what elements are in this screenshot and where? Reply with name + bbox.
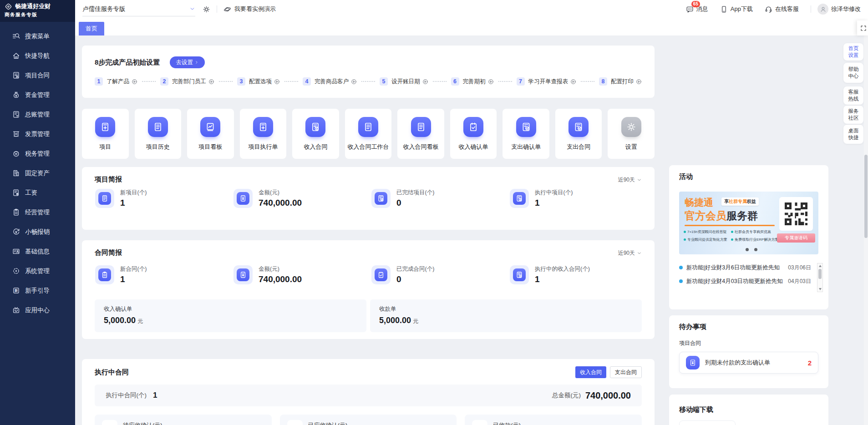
yen-document-icon bbox=[305, 117, 325, 137]
setup-step-2[interactable]: 2完善部门员工 bbox=[160, 77, 214, 86]
tabbar: 首页 bbox=[75, 18, 868, 35]
step-label: 配置打印 bbox=[611, 78, 634, 86]
go-setup-button[interactable]: 去设置 bbox=[170, 56, 205, 68]
shortcut-project[interactable]: 项目 bbox=[82, 109, 129, 159]
sidebar-item-funds[interactable]: 资金管理 bbox=[0, 85, 75, 105]
play-circle-icon bbox=[422, 79, 428, 85]
workspace-select[interactable]: 卢儒佳服务专版 bbox=[82, 2, 195, 16]
shortcut-expense-confirm[interactable]: 支出确认单 bbox=[503, 109, 549, 159]
stat-value: 740,000.00 bbox=[259, 198, 302, 208]
carousel-dot[interactable] bbox=[754, 248, 757, 251]
project-brief-range-select[interactable]: 近90天 bbox=[618, 176, 642, 184]
sidebar-item-fixed-assets[interactable]: 固定资产 bbox=[0, 163, 75, 183]
ledger-icon bbox=[12, 111, 20, 118]
sidebar-item-label: 固定资产 bbox=[25, 169, 50, 177]
banner-underline bbox=[685, 225, 775, 226]
sidebar-item-salary[interactable]: 工资 bbox=[0, 183, 75, 202]
brand-subtitle: 商务服务专版 bbox=[5, 11, 71, 18]
online-service-button[interactable]: 在线客服 bbox=[765, 5, 799, 13]
quicklink-help-center[interactable]: 帮助中心 bbox=[843, 63, 863, 83]
sidebar-item-system[interactable]: 系统管理 bbox=[0, 261, 75, 281]
sidebar-item-base-info[interactable]: 基础信息 bbox=[0, 242, 75, 261]
shortcut-income-contract-workbench[interactable]: 收入合同工作台 bbox=[345, 109, 392, 159]
setup-step-1[interactable]: 1了解产品 bbox=[95, 77, 137, 86]
sidebar-item-search-menu[interactable]: 搜索菜单 bbox=[0, 26, 75, 46]
sidebar-item-ledger[interactable]: 总账管理 bbox=[0, 105, 75, 124]
news-scrollbar[interactable] bbox=[817, 263, 823, 292]
calculator-icon bbox=[95, 117, 115, 137]
setup-step-4[interactable]: 4完善商品客户 bbox=[303, 77, 357, 86]
shortcut-project-history[interactable]: 项目历史 bbox=[135, 109, 182, 159]
sidebar-item-project-contract[interactable]: 项目合同 bbox=[0, 66, 75, 85]
carousel-dot[interactable] bbox=[746, 248, 749, 251]
sidebar-item-invoice[interactable]: 发票管理 bbox=[0, 124, 75, 144]
salary-icon bbox=[12, 189, 20, 197]
quicklink-desktop-shortcut[interactable]: 桌面快捷 bbox=[843, 125, 863, 144]
planet-icon bbox=[223, 5, 231, 13]
phone-icon bbox=[720, 5, 728, 13]
stat-finished-contracts: 已完成合同(个)0 bbox=[371, 265, 434, 284]
messages-button[interactable]: 消息 65 bbox=[686, 5, 708, 13]
demo-link[interactable]: 我要看实例演示 bbox=[223, 5, 276, 13]
fullscreen-button[interactable] bbox=[857, 20, 868, 35]
expense-contract-toggle[interactable]: 支出合同 bbox=[610, 366, 642, 378]
activity-banner[interactable]: 畅捷通 享社群专属权益 官方会员服务群 7×15h资深顾问在线答疑 社群会员专享… bbox=[679, 192, 818, 254]
stat-value: 0 bbox=[396, 198, 434, 208]
setup-step-6[interactable]: 6完善期初 bbox=[451, 77, 494, 86]
sidebar-item-app-center[interactable]: 应用中心 bbox=[0, 300, 75, 320]
gear-icon[interactable] bbox=[203, 5, 210, 13]
setup-step-3[interactable]: 3配置选项 bbox=[237, 77, 280, 86]
received-card: 已收款(元) bbox=[465, 415, 642, 425]
shortcut-settings[interactable]: 设置 bbox=[608, 109, 655, 159]
play-circle-icon bbox=[488, 79, 494, 85]
scroll-down-arrow[interactable] bbox=[819, 288, 822, 290]
news-item[interactable]: 新功能|好业财4月03日功能更新抢先知 04月03日 bbox=[679, 275, 811, 287]
sidebar-item-tax[interactable]: 税务管理 bbox=[0, 144, 75, 163]
shortcut-income-contract[interactable]: 收入合同 bbox=[292, 109, 339, 159]
todo-item-overdue-expense[interactable]: 到期未付款的支出确认单 2 bbox=[679, 352, 818, 374]
stat-label: 执行中项目(个) bbox=[535, 189, 573, 197]
setup-step-8[interactable]: 8配置打印 bbox=[599, 77, 642, 86]
shortcut-project-exec-order[interactable]: 项目执行单 bbox=[240, 109, 287, 159]
go-setup-label: 去设置 bbox=[176, 59, 193, 66]
sidebar-item-operations[interactable]: 经营管理 bbox=[0, 202, 75, 222]
range-label: 近90天 bbox=[618, 249, 635, 257]
shortcut-label: 项目 bbox=[99, 143, 111, 151]
shortcut-label: 收入合同 bbox=[304, 143, 327, 151]
quicklink-home-settings[interactable]: 首页设置 bbox=[843, 43, 863, 61]
shortcut-tiles: 项目 项目历史 项目看板 项目执行单 收入合同 收入合同工作台 收入合同看板 收… bbox=[82, 109, 655, 159]
chevron-down-icon bbox=[189, 6, 195, 12]
shortcut-project-board[interactable]: 项目看板 bbox=[187, 109, 234, 159]
page-scrollbar[interactable] bbox=[864, 35, 868, 425]
sidebar-item-reimburse[interactable]: 小畅报销 bbox=[0, 222, 75, 242]
contract-brief-card: 合同简报 近90天 新合同(个)1 金额(元)740,000.00 已完成合同(… bbox=[82, 240, 655, 339]
shortcut-income-confirm[interactable]: 收入确认单 bbox=[450, 109, 497, 159]
sidebar-item-newbie-guide[interactable]: 新手引导 bbox=[0, 281, 75, 300]
chevron-right-icon bbox=[194, 60, 199, 65]
tab-home[interactable]: 首页 bbox=[79, 22, 104, 35]
sidebar-item-label: 项目合同 bbox=[25, 71, 50, 80]
scroll-up-arrow[interactable] bbox=[819, 265, 822, 267]
sidebar-item-label: 系统管理 bbox=[25, 267, 50, 275]
step-label: 完善部门员工 bbox=[172, 78, 206, 86]
setup-step-5[interactable]: 5设开账日期 bbox=[380, 77, 428, 86]
quicklink-service-community[interactable]: 服务社区 bbox=[843, 106, 863, 124]
contract-brief-range-select[interactable]: 近90天 bbox=[618, 249, 642, 257]
news-item[interactable]: 新功能|好业财3月6日功能更新抢先知 03月06日 bbox=[679, 262, 811, 273]
sidebar-item-quick-nav[interactable]: 快捷导航 bbox=[0, 46, 75, 66]
user-menu[interactable]: 徐泽华修改 bbox=[817, 4, 861, 15]
scrollbar-thumb[interactable] bbox=[818, 269, 822, 279]
app-download-button[interactable]: App下载 bbox=[720, 5, 753, 13]
scrollbar-thumb[interactable] bbox=[864, 155, 868, 238]
shortcut-expense-contract[interactable]: 支出合同 bbox=[555, 109, 602, 159]
quicklink-service-hotline[interactable]: 客服热线 bbox=[843, 86, 863, 105]
project-contract-icon bbox=[12, 71, 20, 79]
shortcut-income-contract-board[interactable]: 收入合同看板 bbox=[397, 109, 444, 159]
executing-count-value: 1 bbox=[153, 391, 157, 400]
stat-finished-projects: 已完结项目(个)0 bbox=[371, 189, 434, 208]
income-contract-toggle[interactable]: 收入合同 bbox=[575, 366, 606, 378]
shortcut-label: 支出确认单 bbox=[511, 143, 541, 151]
step-number: 4 bbox=[303, 77, 311, 86]
step-connector bbox=[581, 81, 594, 82]
setup-step-7[interactable]: 7学习开单查报表 bbox=[517, 77, 577, 86]
